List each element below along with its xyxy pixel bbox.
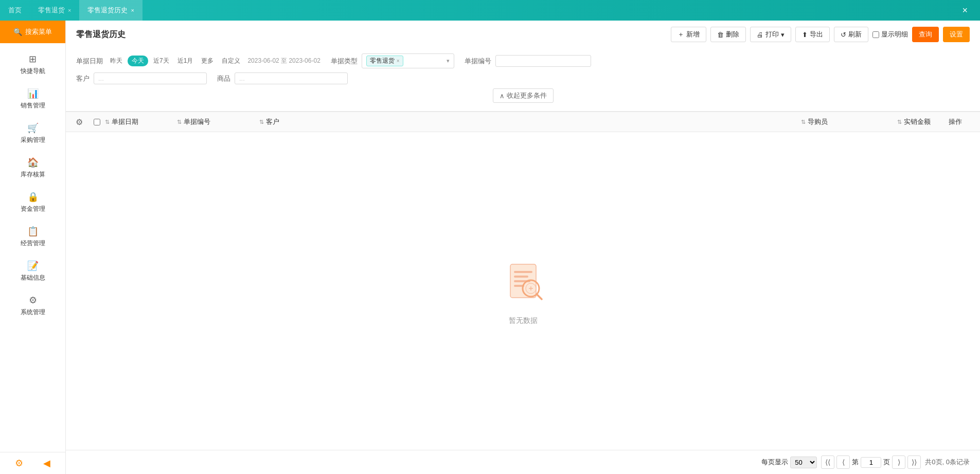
svg-rect-1 [514,271,532,273]
sidebar-collapse-icon[interactable]: ◀ [43,458,50,469]
tab-retail-return-history-label: 零售退货历史 [87,6,128,15]
date-btn-custom[interactable]: 自定义 [219,56,243,66]
page-nav: ⟨⟨ ⟨ 第 页 ⟩ ⟩⟩ [821,455,921,469]
sidebar-item-inventory-label: 库存核算 [21,170,45,179]
customer-select[interactable]: ... [94,72,207,84]
goods-select[interactable]: ... [235,72,348,84]
th-customer-label: 客户 [266,117,279,126]
topbar-tabs: 首页 零售退货 × 零售退货历史 × [0,0,958,21]
print-chevron-icon: ▾ [781,31,785,39]
doc-num-input[interactable] [495,55,591,67]
print-icon: 🖨 [757,31,763,39]
page-size-label: 每页显示 [761,458,788,467]
doc-type-tag-close[interactable]: × [397,58,400,64]
new-button[interactable]: ＋ 新增 [671,27,706,42]
show-detail-wrap[interactable]: 显示明细 [872,30,908,39]
setting-label: 设置 [950,30,963,39]
ops-mgmt-icon: 📋 [27,226,39,237]
sidebar-item-basic-info[interactable]: 📝 基础信息 [0,254,65,288]
sidebar-item-purchase-mgmt-label: 采购管理 [21,136,45,144]
toolbar-btns: ＋ 新增 🗑 删除 🖨 打印 ▾ ⬆ 导出 [671,27,970,42]
doc-type-label: 单据类型 [331,57,358,66]
th-num[interactable]: ⇅ 单据编号 [177,117,259,126]
topbar: 首页 零售退货 × 零售退货历史 × × [0,0,980,21]
goods-filter-item: 商品 ... [217,72,348,84]
date-btn-yesterday[interactable]: 昨天 [107,56,126,66]
svg-rect-2 [514,276,528,278]
more-filter-btn[interactable]: ∧ 收起更多条件 [493,88,554,103]
page-header: 零售退货历史 ＋ 新增 🗑 删除 🖨 打印 ▾ [66,21,980,112]
page-first-btn[interactable]: ⟨⟨ [821,455,834,469]
table-select-all[interactable] [88,119,105,125]
table-body: 暂无数据 [66,132,980,450]
sidebar-settings-icon[interactable]: ⚙ [15,458,23,469]
date-btn-1month[interactable]: 近1月 [174,56,197,66]
refresh-icon: ↺ [841,31,846,39]
page-prev-btn[interactable]: ⟨ [836,455,850,469]
date-btn-7days[interactable]: 近7天 [150,56,172,66]
export-button[interactable]: ⬆ 导出 [795,27,830,42]
th-customer[interactable]: ⇅ 客户 [259,117,801,126]
sidebar-search[interactable]: 🔍 搜索菜单 [0,21,65,43]
sidebar-bottom: ⚙ ◀ [0,452,65,474]
sidebar-item-sys-mgmt-label: 系统管理 [21,308,45,317]
date-btn-today[interactable]: 今天 [128,56,148,66]
sidebar-item-inventory[interactable]: 🏠 库存核算 [0,151,65,185]
th-guide-label: 导购员 [808,117,828,126]
th-date[interactable]: ⇅ 单据日期 [105,117,177,126]
page-input[interactable] [861,457,881,468]
sidebar-item-sys-mgmt[interactable]: ⚙ 系统管理 [0,288,65,323]
export-icon: ⬆ [802,31,808,39]
query-button[interactable]: 查询 [912,27,939,42]
tab-retail-return-close[interactable]: × [68,7,71,13]
goods-placeholder: ... [239,75,245,82]
setting-button[interactable]: 设置 [943,27,970,42]
sidebar-item-ops-mgmt-label: 经营管理 [21,239,45,248]
delete-button[interactable]: 🗑 删除 [710,27,746,42]
topbar-close-btn[interactable]: × [958,3,972,18]
sort-icon-customer: ⇅ [259,119,264,125]
search-icon: 🔍 [13,28,22,36]
tab-retail-return-history[interactable]: 零售退货历史 × [79,0,142,21]
tab-home[interactable]: 首页 [0,0,30,21]
new-label: 新增 [686,30,700,39]
th-amount[interactable]: ⇅ 实销金额 [873,117,935,126]
filter-row-2: 客户 ... 商品 ... [76,72,970,84]
sidebar-search-label: 搜索菜单 [25,27,52,37]
tab-retail-return[interactable]: 零售退货 × [30,0,79,21]
doc-type-tag: 零售退货 × [366,56,403,66]
refresh-button[interactable]: ↺ 刷新 [834,27,868,42]
customer-filter-item: 客户 ... [76,72,207,84]
sidebar-item-ops-mgmt[interactable]: 📋 经营管理 [0,220,65,254]
page-title: 零售退货历史 [76,29,126,40]
content-area: 零售退货历史 ＋ 新增 🗑 删除 🖨 打印 ▾ [66,21,980,474]
sidebar-menu: ⊞ 快捷导航 📊 销售管理 🛒 采购管理 🏠 库存核算 🔒 资金管理 📋 [0,43,65,452]
show-detail-checkbox[interactable] [872,31,879,38]
print-button[interactable]: 🖨 打印 ▾ [750,27,791,42]
page-last-btn[interactable]: ⟩⟩ [907,455,921,469]
tab-retail-return-history-close[interactable]: × [131,7,134,13]
sidebar-item-sales-mgmt-label: 销售管理 [21,101,45,110]
date-btn-more[interactable]: 更多 [198,56,217,66]
sort-icon-num: ⇅ [177,119,182,125]
select-all-checkbox[interactable] [94,119,100,125]
chevron-up-icon: ∧ [500,92,505,100]
th-guide[interactable]: ⇅ 导购员 [801,117,873,126]
empty-svg [497,257,549,308]
th-num-label: 单据编号 [184,117,210,126]
print-label: 打印 [765,30,779,39]
quick-nav-icon: ⊞ [29,53,37,65]
sort-icon-date: ⇅ [105,119,110,125]
table-settings-icon[interactable]: ⚙ [70,117,88,127]
empty-illustration [497,257,549,310]
sidebar-item-sales-mgmt[interactable]: 📊 销售管理 [0,82,65,116]
sidebar-item-purchase-mgmt[interactable]: 🛒 采购管理 [0,116,65,151]
date-shortcuts: 昨天 今天 近7天 近1月 更多 自定义 [107,56,243,66]
sidebar-item-finance-mgmt[interactable]: 🔒 资金管理 [0,185,65,220]
sidebar-item-quick-nav[interactable]: ⊞ 快捷导航 [0,47,65,82]
page-size-dropdown[interactable]: 20 50 100 200 [790,457,817,468]
page-next-btn[interactable]: ⟩ [892,455,905,469]
empty-text: 暂无数据 [509,316,538,325]
doc-type-select[interactable]: 零售退货 × ▾ [362,53,454,68]
filter-row-1: 单据日期 昨天 今天 近7天 近1月 更多 自定义 2023-06-02 至 2… [76,53,970,68]
